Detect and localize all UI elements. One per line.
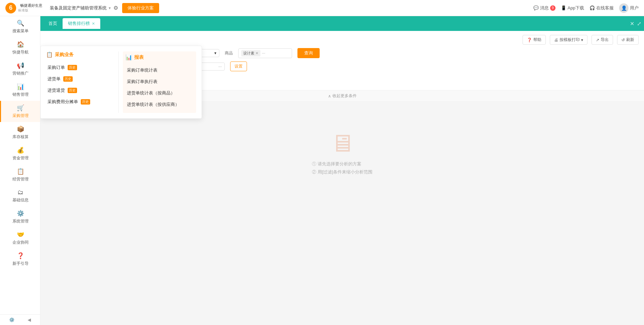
menu-item-incoming-by-goods[interactable]: 进货单统计表（按商品）: [126, 87, 194, 99]
finance-icon: 💰: [17, 147, 24, 154]
message-badge: 9: [550, 5, 556, 11]
sidebar-item-marketing[interactable]: 📢 营销推广: [0, 58, 40, 80]
collapse-up-icon: ∧: [328, 94, 331, 98]
empty-hint-1: ① 请先选择要分析的方案: [312, 161, 372, 167]
user-label: 用户: [630, 5, 639, 11]
sidebar-item-inventory[interactable]: 📦 库存核算: [0, 122, 40, 143]
empty-illustration: 🖥: [330, 129, 354, 157]
tab-sales-rank-label: 销售排行榜: [68, 21, 90, 27]
salesman-more-icon[interactable]: ···: [218, 64, 222, 69]
sidebar-label-inventory: 库存核算: [12, 134, 29, 140]
print-button[interactable]: 🖨 按模板打印 ▾: [550, 35, 587, 45]
refresh-button[interactable]: ↺ 刷新: [617, 35, 639, 45]
report-menu-section: 📊 报表 采购订单统计表 采购订单执行表 进货单统计表（按商品） 进货单统计表（…: [123, 51, 196, 113]
sidebar-label-marketing: 营销推广: [12, 71, 29, 76]
message-icon: 💬: [533, 5, 539, 10]
menu-item-purchase-order[interactable]: 采购订单 历史: [46, 62, 114, 73]
sidebar-item-enterprise[interactable]: 🤝 企业协同: [0, 228, 40, 249]
sidebar-label-search: 搜索菜单: [12, 28, 29, 34]
enterprise-icon: 🤝: [17, 231, 24, 238]
refresh-icon: ↺: [621, 38, 625, 42]
purchase-menu-section: 📋 采购业务 采购订单 历史 进货单 历史 进货退货: [46, 51, 114, 113]
sidebar-item-purchase[interactable]: 🛒 采购管理: [0, 101, 40, 122]
tab-sales-rank[interactable]: 销售排行榜 ✕: [63, 18, 100, 29]
home-icon: 🏠: [17, 41, 24, 48]
sidebar-label-purchase: 采购管理: [12, 113, 29, 119]
purchase-order-badge: 历史: [68, 65, 77, 70]
newbie-icon: ❓: [17, 252, 24, 259]
operation-icon: 📋: [17, 168, 24, 175]
sidebar-label-sales: 销售管理: [12, 92, 29, 97]
online-service-button[interactable]: 🎧 在线客服: [589, 5, 614, 11]
purchase-section-icon: 📋: [46, 51, 53, 58]
top-bar-right: 💬 消息 9 📱 App下载 🎧 在线客服 👤 用户: [533, 3, 639, 13]
industry-button[interactable]: 体验行业方案: [122, 3, 159, 13]
system-icon: ⚙️: [17, 210, 24, 217]
help-icon: ❓: [527, 38, 532, 42]
print-arrow-icon: ▾: [581, 38, 583, 42]
collapse-text: 收起更多条件: [332, 93, 357, 99]
sidebar-item-basic[interactable]: 🗂 基础信息: [0, 186, 40, 206]
app-download-button[interactable]: 📱 App下载: [561, 5, 584, 11]
sidebar-item-sales[interactable]: 📊 销售管理: [0, 80, 40, 101]
sidebar-label-operation: 经营管理: [12, 176, 29, 182]
sidebar-label-system: 系统管理: [12, 218, 29, 224]
sales-icon: 📊: [17, 83, 24, 90]
print-icon: 🖨: [554, 38, 558, 42]
menu-item-return[interactable]: 进货退货 历史: [46, 85, 114, 96]
message-label: 消息: [540, 5, 549, 11]
menu-item-order-exec[interactable]: 采购订单执行表: [126, 76, 194, 87]
menu-item-incoming[interactable]: 进货单 历史: [46, 73, 114, 85]
expense-badge: 历史: [81, 99, 90, 105]
sidebar-label-quick: 快捷导航: [12, 49, 29, 55]
online-service-label: 在线客服: [596, 5, 614, 11]
settings-button[interactable]: 设置: [230, 62, 247, 71]
export-button[interactable]: ↗ 导出: [592, 35, 613, 45]
dropdown-arrow-icon[interactable]: ▾: [109, 6, 111, 10]
goods-label: 商品: [225, 50, 233, 56]
goods-tag-close[interactable]: ✕: [255, 51, 258, 55]
sidebar-label-basic: 基础信息: [12, 197, 29, 203]
sidebar-item-search[interactable]: 🔍 搜索菜单: [0, 16, 40, 37]
sidebar-label-newbie: 新手引导: [12, 261, 29, 267]
goods-more-icon[interactable]: ···: [262, 51, 265, 55]
message-button[interactable]: 💬 消息 9: [533, 5, 556, 11]
purchase-section-title: 📋 采购业务: [46, 51, 114, 58]
menu-item-incoming-by-supplier[interactable]: 进货单统计表（按供应商）: [126, 99, 194, 110]
tab-close-icon[interactable]: ✕: [92, 22, 95, 26]
sidebar-item-operation[interactable]: 📋 经营管理: [0, 164, 40, 186]
system-title: 装备及固定资产辅助管理系统: [50, 5, 107, 11]
help-button[interactable]: ❓ 帮助: [523, 35, 546, 45]
query-button[interactable]: 查询: [297, 48, 320, 58]
menu-item-expense[interactable]: 采购费用分摊单 历史: [46, 96, 114, 108]
report-section-title: 📊 报表: [126, 54, 194, 60]
sidebar-collapse-icon[interactable]: ◀: [28, 317, 31, 322]
report-section-icon: 📊: [126, 54, 132, 60]
tab-close-all-icon[interactable]: ✕: [630, 21, 634, 27]
search-icon: 🔍: [17, 19, 24, 27]
logo-sub: 标准版: [18, 8, 42, 13]
return-badge: 历史: [68, 88, 77, 93]
sidebar-settings-icon[interactable]: ⚙️: [9, 317, 14, 322]
app-download-label: App下载: [568, 5, 584, 11]
menu-item-order-summary[interactable]: 采购订单统计表: [126, 65, 194, 76]
gear-icon[interactable]: ⚙: [113, 5, 118, 11]
sidebar-label-enterprise: 企业协同: [12, 240, 29, 245]
sidebar-item-newbie[interactable]: ❓ 新手引导: [0, 249, 40, 270]
sidebar-label-finance: 资金管理: [12, 155, 29, 161]
main-area: 🔍 搜索菜单 🏠 快捷导航 📢 营销推广 📊 销售管理 🛒 采购管理 📦: [0, 16, 644, 325]
sidebar-bottom: ⚙️ ◀: [0, 314, 40, 325]
tab-expand-icon[interactable]: ⤢: [637, 21, 641, 27]
user-menu-button[interactable]: 👤 用户: [619, 3, 639, 13]
tab-home[interactable]: 首页: [43, 18, 63, 29]
sidebar-item-finance[interactable]: 💰 资金管理: [0, 143, 40, 164]
purchase-icon: 🛒: [17, 104, 24, 112]
goods-select[interactable]: 设计素 ✕ ···: [238, 48, 292, 58]
goods-tag: 设计素 ✕: [241, 50, 260, 56]
sidebar-item-system[interactable]: ⚙️ 系统管理: [0, 206, 40, 228]
tab-bar-right: ✕ ⤢: [630, 21, 641, 27]
sidebar-item-quick[interactable]: 🏠 快捷导航: [0, 37, 40, 58]
content: 首页 销售排行榜 ✕ ✕ ⤢ ❓ 帮助: [40, 16, 644, 325]
incoming-badge: 历史: [63, 76, 73, 82]
tab-bar: 首页 销售排行榜 ✕ ✕ ⤢: [40, 16, 644, 31]
